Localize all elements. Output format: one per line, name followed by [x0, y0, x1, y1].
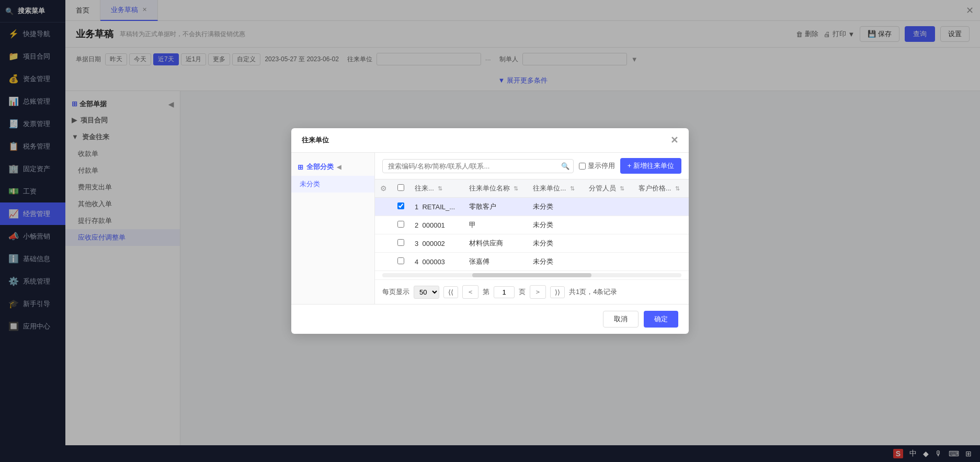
sort-icon: ⇅ — [620, 185, 624, 191]
sort-icon: ⇅ — [570, 185, 575, 191]
dialog-pagination: 每页显示 50 ⟨⟨ ＜ 第 页 ＞ ⟩⟩ 共1页，4条记录 — [375, 279, 689, 304]
col-check[interactable] — [392, 179, 409, 198]
units-table: ⚙ 往来... ⇅ 往来单位名称 ⇅ — [375, 179, 689, 271]
dialog-footer: 取消 确定 — [291, 304, 689, 334]
dialog-tree: ⊞ 全部分类 ◀ 未分类 — [291, 153, 375, 304]
row-manager — [584, 216, 633, 234]
show-disabled-label: 显示停用 — [588, 161, 615, 171]
row-price — [633, 234, 689, 253]
per-page-select[interactable]: 50 — [414, 286, 439, 299]
row-category: 未分类 — [528, 253, 583, 271]
cancel-button[interactable]: 取消 — [603, 311, 639, 328]
col-code-header[interactable]: 往来... ⇅ — [409, 179, 464, 198]
dialog-body: ⊞ 全部分类 ◀ 未分类 🔍 显示停用 — [291, 153, 689, 304]
row-settings — [375, 234, 392, 253]
dialog-toolbar: 🔍 显示停用 + 新增往来单位 — [375, 153, 689, 179]
row-price — [633, 216, 689, 234]
row-num: 2 000001 — [409, 216, 464, 234]
row-checkbox[interactable] — [397, 202, 404, 209]
col-category-header[interactable]: 往来单位... ⇅ — [528, 179, 583, 198]
row-name: 甲 — [464, 216, 528, 234]
dialog-search-input[interactable] — [382, 159, 574, 173]
table-row[interactable]: 1 RETAIL_... 零散客户 未分类 — [375, 198, 689, 216]
row-settings — [375, 216, 392, 234]
table-row[interactable]: 2 000001 甲 未分类 — [375, 216, 689, 234]
row-checkbox[interactable] — [397, 239, 404, 246]
dialog: 往来单位 ✕ ⊞ 全部分类 ◀ 未分类 — [291, 128, 689, 334]
col-manager-header[interactable]: 分管人员 ⇅ — [584, 179, 633, 198]
row-check[interactable] — [392, 253, 409, 271]
dialog-header: 往来单位 ✕ — [291, 128, 689, 153]
row-manager — [584, 253, 633, 271]
row-settings — [375, 198, 392, 216]
dialog-table: ⚙ 往来... ⇅ 往来单位名称 ⇅ — [375, 179, 689, 271]
row-checkbox[interactable] — [397, 257, 404, 264]
row-manager — [584, 234, 633, 253]
tree-all-label: 全部分类 — [306, 162, 334, 172]
grid-icon: ⊞ — [298, 163, 303, 171]
select-all-checkbox[interactable] — [397, 184, 404, 191]
total-label: 共1页，4条记录 — [569, 287, 617, 297]
dialog-close-button[interactable]: ✕ — [670, 136, 678, 145]
dialog-title: 往来单位 — [302, 136, 329, 145]
page-label: 第 — [483, 287, 489, 297]
new-unit-button[interactable]: + 新增往来单位 — [620, 158, 681, 174]
search-wrap: 🔍 — [382, 159, 574, 173]
row-price — [633, 253, 689, 271]
search-icon[interactable]: 🔍 — [561, 162, 569, 170]
first-page-button[interactable]: ⟨⟨ — [443, 286, 458, 298]
tree-unclassified-label: 未分类 — [300, 180, 320, 188]
table-row[interactable]: 3 000002 材料供应商 未分类 — [375, 234, 689, 253]
row-manager — [584, 198, 633, 216]
row-category: 未分类 — [528, 198, 583, 216]
tree-item-unclassified[interactable]: 未分类 — [291, 176, 374, 193]
collapse-tree-icon[interactable]: ◀ — [337, 164, 341, 171]
row-num: 3 000002 — [409, 234, 464, 253]
row-category: 未分类 — [528, 234, 583, 253]
row-category: 未分类 — [528, 216, 583, 234]
confirm-button[interactable]: 确定 — [644, 311, 678, 328]
row-settings — [375, 253, 392, 271]
table-row[interactable]: 4 000003 张嘉傅 未分类 — [375, 253, 689, 271]
row-name: 零散客户 — [464, 198, 528, 216]
row-check[interactable] — [392, 234, 409, 253]
dialog-overlay: 往来单位 ✕ ⊞ 全部分类 ◀ 未分类 — [0, 0, 980, 462]
next-page-button[interactable]: ＞ — [530, 285, 546, 299]
sort-icon: ⇅ — [675, 185, 680, 191]
prev-page-button[interactable]: ＜ — [462, 285, 478, 299]
tree-all-category[interactable]: ⊞ 全部分类 ◀ — [291, 158, 374, 176]
dialog-right: 🔍 显示停用 + 新增往来单位 ⚙ — [375, 153, 689, 304]
row-num: 1 RETAIL_... — [409, 198, 464, 216]
show-disabled-checkbox[interactable] — [579, 163, 586, 170]
table-scrollbar[interactable] — [382, 273, 681, 277]
col-settings[interactable]: ⚙ — [375, 179, 392, 198]
page-input[interactable] — [494, 286, 515, 298]
row-num: 4 000003 — [409, 253, 464, 271]
scrollbar-thumb — [472, 273, 592, 277]
sort-icon: ⇅ — [514, 185, 518, 191]
row-check[interactable] — [392, 216, 409, 234]
last-page-button[interactable]: ⟩⟩ — [550, 286, 565, 298]
col-price-header[interactable]: 客户价格... ⇅ — [633, 179, 689, 198]
row-name: 材料供应商 — [464, 234, 528, 253]
row-checkbox[interactable] — [397, 221, 404, 228]
col-name-header[interactable]: 往来单位名称 ⇅ — [464, 179, 528, 198]
row-name: 张嘉傅 — [464, 253, 528, 271]
per-page-label: 每页显示 — [382, 287, 409, 297]
page-suffix: 页 — [519, 287, 526, 297]
show-disabled-toggle[interactable]: 显示停用 — [579, 161, 615, 171]
sort-icon: ⇅ — [438, 185, 442, 191]
row-price — [633, 198, 689, 216]
row-check[interactable] — [392, 198, 409, 216]
